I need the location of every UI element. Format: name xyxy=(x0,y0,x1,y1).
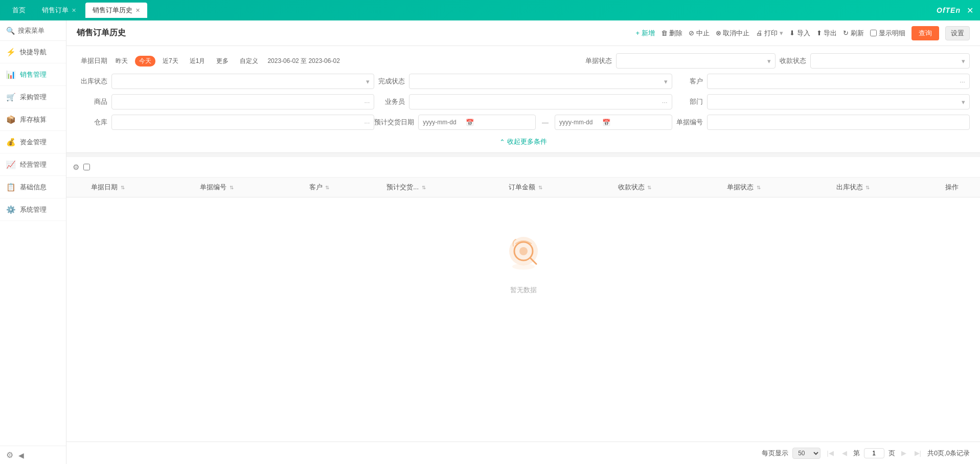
th-number-sort-icon[interactable]: ⇅ xyxy=(230,185,234,190)
tab-sales-order[interactable]: 销售订单 ✕ xyxy=(35,3,83,18)
window-close-btn[interactable]: ✕ xyxy=(965,5,975,15)
sidebar-item-sales-mgmt[interactable]: 📊 销售管理 xyxy=(0,63,66,86)
filter-department-label: 部门 xyxy=(672,97,703,106)
filter-delivery-date-start[interactable]: 📅 xyxy=(418,115,536,130)
page-input[interactable] xyxy=(864,448,884,458)
display-col-checkbox[interactable] xyxy=(870,30,877,36)
sidebar-item-purchase-mgmt-label: 采购管理 xyxy=(20,93,47,102)
next-page-btn[interactable]: ▶ xyxy=(899,448,908,458)
th-order-status-sort-icon[interactable]: ⇅ xyxy=(757,185,761,190)
search-icon: 🔍 xyxy=(6,27,15,35)
first-page-btn[interactable]: |◀ xyxy=(825,448,835,458)
filter-delivery-date-end[interactable]: 📅 xyxy=(555,115,672,130)
filter-delivery-date-label: 预计交货日期 xyxy=(374,118,414,127)
export-button[interactable]: ⬆ 导出 xyxy=(816,29,837,38)
per-page-label: 每页显示 xyxy=(762,449,788,458)
sidebar-item-finance[interactable]: 💰 资金管理 xyxy=(0,131,66,153)
prev-page-btn[interactable]: ◀ xyxy=(840,448,849,458)
filter-order-number-item: 单据编号 xyxy=(672,115,970,130)
filter-order-status-control[interactable]: ▾ xyxy=(616,53,776,69)
date-chip-1month[interactable]: 近1月 xyxy=(186,56,210,67)
tab-sales-order-history[interactable]: 销售订单历史 ✕ xyxy=(85,3,147,18)
th-customer-sort-icon[interactable]: ⇅ xyxy=(325,185,329,190)
filter-payment-status-item: 收款状态 ▾ xyxy=(776,53,970,69)
calendar-start-icon[interactable]: 📅 xyxy=(466,119,474,126)
filter-warehouse-item: 仓库 ··· xyxy=(77,115,374,130)
operations-icon: 📈 xyxy=(6,160,16,169)
filter-customer-control[interactable]: ··· xyxy=(707,74,970,89)
tab-home[interactable]: 首页 xyxy=(5,3,33,18)
filter-warehouse-control[interactable]: ··· xyxy=(111,115,374,130)
filter-department-control[interactable]: ▾ xyxy=(707,94,970,109)
table-area: ⚙ 单据日期 ⇅ 单据编号 ⇅ xyxy=(66,157,980,441)
date-chip-today[interactable]: 今天 xyxy=(135,56,155,67)
filter-salesperson-control[interactable]: ··· xyxy=(409,94,672,109)
display-col-toggle[interactable]: 显示明细 xyxy=(870,29,905,38)
delivery-date-start-input[interactable] xyxy=(423,119,464,126)
filter-date-item: 单据日期 昨天 今天 近7天 近1月 更多 自定义 2023-06-02 至 2… xyxy=(77,56,581,67)
table-settings-icon[interactable]: ⚙ xyxy=(73,163,79,172)
filter-customer-label: 客户 xyxy=(672,77,703,86)
print-dropdown-icon[interactable]: ▾ xyxy=(780,29,783,37)
empty-icon xyxy=(498,228,549,279)
sidebar-search[interactable]: 🔍 搜索菜单 xyxy=(0,20,66,41)
date-chip-more[interactable]: 更多 xyxy=(212,56,233,67)
sidebar-item-quick-nav[interactable]: ⚡ 快捷导航 xyxy=(0,41,66,63)
th-delivery-date[interactable]: 预计交货... ⇅ xyxy=(380,178,503,197)
filter-order-number-control[interactable] xyxy=(707,115,970,130)
sidebar-settings-icon[interactable]: ⚙ xyxy=(6,450,13,460)
stop-button[interactable]: ⊘ 中止 xyxy=(689,29,710,38)
new-button[interactable]: + 新增 xyxy=(635,29,654,38)
sidebar-item-purchase-mgmt[interactable]: 🛒 采购管理 xyxy=(0,86,66,108)
th-stock-out-status-sort-icon[interactable]: ⇅ xyxy=(865,185,870,190)
sidebar-item-system-mgmt-label: 系统管理 xyxy=(20,205,47,214)
th-amount-sort-icon[interactable]: ⇅ xyxy=(538,185,542,190)
th-delivery-date-sort-icon[interactable]: ⇅ xyxy=(422,185,426,190)
query-button[interactable]: 查询 xyxy=(911,26,939,40)
per-page-select[interactable]: 50 10 20 100 xyxy=(792,448,821,459)
collapse-bar[interactable]: ⌃ 收起更多条件 xyxy=(77,135,970,148)
export-label: ⬆ 导出 xyxy=(816,29,837,38)
import-button[interactable]: ⬇ 导入 xyxy=(789,29,810,38)
refresh-button[interactable]: ↻ 刷新 xyxy=(843,29,864,38)
delivery-date-end-input[interactable] xyxy=(559,119,600,126)
filter-department-item: 部门 ▾ xyxy=(672,94,970,109)
date-chip-7days[interactable]: 近7天 xyxy=(158,56,183,67)
table-toolbar: ⚙ xyxy=(66,157,980,178)
delete-button[interactable]: 🗑 删除 xyxy=(661,29,683,38)
order-status-arrow-icon: ▾ xyxy=(767,57,771,65)
tab-sales-order-history-close[interactable]: ✕ xyxy=(135,7,140,14)
th-amount[interactable]: 订单金额 ⇅ xyxy=(503,178,611,197)
th-order-status[interactable]: 单据状态 ⇅ xyxy=(721,178,830,197)
print-button[interactable]: 🖨 打印 ▾ xyxy=(756,29,784,38)
date-chip-yesterday[interactable]: 昨天 xyxy=(111,56,132,67)
filter-goods-control[interactable]: ··· xyxy=(111,94,374,109)
filter-stock-out-control[interactable]: ▾ xyxy=(111,74,374,89)
th-payment-status-sort-icon[interactable]: ⇅ xyxy=(647,185,651,190)
sidebar-item-inventory[interactable]: 📦 库存核算 xyxy=(0,108,66,131)
top-bar: 首页 销售订单 ✕ 销售订单历史 ✕ OfTEn ✕ xyxy=(0,0,980,20)
calendar-end-icon[interactable]: 📅 xyxy=(602,119,610,126)
date-chip-custom[interactable]: 自定义 xyxy=(236,56,262,67)
settings-button[interactable]: 设置 xyxy=(945,26,970,40)
sales-mgmt-icon: 📊 xyxy=(6,70,16,79)
filter-payment-status-control[interactable]: ▾ xyxy=(810,53,970,69)
customer-ellipsis-icon: ··· xyxy=(960,78,965,85)
th-date[interactable]: 单据日期 ⇅ xyxy=(85,178,194,197)
sidebar-item-system-mgmt[interactable]: ⚙️ 系统管理 xyxy=(0,198,66,221)
purchase-mgmt-icon: 🛒 xyxy=(6,93,16,102)
filter-complete-status-control[interactable]: ▾ xyxy=(409,74,672,89)
last-page-btn[interactable]: ▶| xyxy=(913,448,923,458)
th-customer[interactable]: 客户 ⇅ xyxy=(303,178,380,197)
select-all-checkbox[interactable] xyxy=(83,164,90,170)
th-stock-out-status[interactable]: 出库状态 ⇅ xyxy=(830,178,939,197)
filter-area: 单据日期 昨天 今天 近7天 近1月 更多 自定义 2023-06-02 至 2… xyxy=(66,46,980,153)
sidebar-item-operations[interactable]: 📈 经营管理 xyxy=(0,153,66,176)
th-date-sort-icon[interactable]: ⇅ xyxy=(121,185,125,190)
cancel-stop-button[interactable]: ⊗ 取消中止 xyxy=(716,29,750,38)
sidebar-collapse-icon[interactable]: ◀ xyxy=(18,451,24,459)
sidebar-item-basic-info[interactable]: 📋 基础信息 xyxy=(0,176,66,198)
tab-sales-order-close[interactable]: ✕ xyxy=(72,7,76,14)
th-payment-status[interactable]: 收款状态 ⇅ xyxy=(612,178,721,197)
th-number[interactable]: 单据编号 ⇅ xyxy=(194,178,303,197)
